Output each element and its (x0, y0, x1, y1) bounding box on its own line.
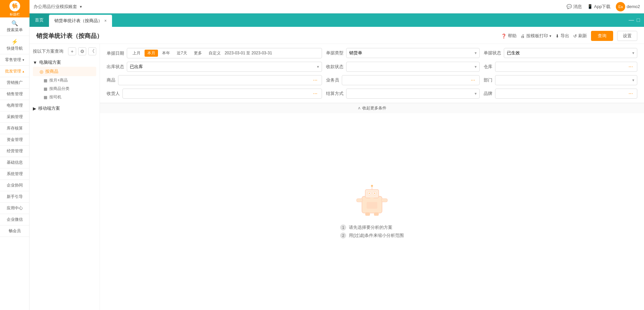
payment-field: 结算方式 ▾ (326, 89, 480, 99)
doc-status-select[interactable]: 已生效 ▾ (504, 48, 637, 58)
warehouse-input[interactable]: ··· (495, 62, 637, 72)
edit-scheme-btn[interactable]: ⚙ (78, 47, 86, 55)
warehouse-ellipsis-btn[interactable]: ··· (627, 64, 634, 70)
table-icon-2: ▦ (44, 87, 47, 91)
help-btn[interactable]: ❓ 帮助 (501, 33, 517, 39)
receiver-input[interactable]: ··· (122, 89, 322, 99)
sidebar-item-inventory[interactable]: 库存核算 (0, 123, 30, 134)
doc-status-label: 单据状态 (484, 50, 501, 56)
date-picker[interactable]: 上月 本月 本年 近7天 更多 自定义 2023-03-01 至 2023-03… (127, 48, 322, 58)
collapse-bar[interactable]: ∧ 收起更多条件 (100, 103, 644, 113)
tab-sales-stats[interactable]: 销货单统计表（按商品） × (49, 15, 112, 27)
sidebar-item-ecommerce[interactable]: 电商管理 (0, 100, 30, 111)
doc-type-select[interactable]: 销货单 ▾ (346, 48, 480, 58)
filter-subitem-month-product[interactable]: ▦ 按月+商品 (33, 76, 96, 85)
out-status-select[interactable]: 已出库 ▾ (127, 62, 322, 72)
date-tab-more[interactable]: 更多 (191, 50, 205, 57)
add-scheme-btn[interactable]: + (68, 47, 76, 55)
filter-section-mobile-header[interactable]: ▶ 移动端方案 (33, 104, 96, 113)
sidebar-item-wholesale[interactable]: 批发管理 ▴ (0, 66, 30, 77)
collapse-panel-btn[interactable]: 《 (88, 47, 96, 55)
logo-text: 标题栏 (10, 12, 20, 17)
warehouse-text-input[interactable] (498, 64, 627, 69)
topbar: 办公用品行业模拟账套 💬 消息 📱 App下载 Ea demo2 (30, 0, 644, 13)
print-icon: 🖨 (521, 34, 525, 39)
product-text-input[interactable] (121, 78, 312, 83)
out-status-dropdown-icon: ▾ (317, 64, 319, 69)
sidebar-item-retail[interactable]: 零售管理 ▾ (0, 54, 30, 66)
payment-dropdown-icon: ▾ (475, 91, 477, 96)
sidebar-item-enterprise[interactable]: 企业协同 (0, 180, 30, 191)
salesperson-label: 业务员 (326, 77, 339, 83)
date-tab-7days[interactable]: 近7天 (174, 50, 190, 57)
filter-panel: 按以下方案查询 + ⚙ 《 (30, 44, 100, 310)
brand-input[interactable]: ··· (495, 89, 637, 99)
out-status-field: 出库状态 已出库 ▾ (107, 62, 322, 72)
export-btn[interactable]: ⬇ 导出 (555, 33, 569, 39)
receiver-text-input[interactable] (125, 91, 312, 96)
salesperson-ellipsis-btn[interactable]: ··· (469, 77, 476, 83)
search-row-1: 单据日期 上月 本月 本年 近7天 更多 自定义 20 (107, 48, 637, 58)
sidebar-item-search[interactable]: 🔍 搜索菜单 (0, 17, 29, 36)
search-icon: 🔍 (1, 20, 28, 27)
product-field: 商品 ··· (107, 75, 322, 85)
sidebar-item-finance[interactable]: 资金管理 (0, 134, 30, 146)
search-bar: 单据日期 上月 本月 本年 近7天 更多 自定义 20 (100, 44, 644, 103)
sidebar-item-marketing[interactable]: 营销推广 (0, 77, 30, 89)
refresh-btn[interactable]: ↺ 刷新 (573, 33, 587, 39)
dropdown-arrow-icon[interactable] (80, 4, 82, 9)
expand-icon: ▼ (33, 60, 37, 65)
brand-text-input[interactable] (498, 91, 627, 96)
tab-maximize-btn[interactable]: □ (637, 17, 640, 23)
salesperson-input[interactable]: ··· (342, 75, 480, 85)
step-num-2: 2 (340, 232, 346, 239)
print-dropdown-icon[interactable]: ▾ (549, 34, 551, 38)
user-menu[interactable]: Ea demo2 (616, 2, 640, 11)
department-select[interactable]: ▾ (495, 75, 637, 85)
sidebar-item-operations[interactable]: 经营管理 (0, 146, 30, 157)
tab-minimize-btn[interactable]: — (629, 17, 634, 23)
sidebar-item-wechat[interactable]: 企业微信 (0, 214, 30, 225)
sidebar-item-system[interactable]: 系统管理 (0, 168, 30, 180)
print-btn[interactable]: 🖨 按模板打印 ▾ (521, 33, 551, 39)
table-icon-3: ▦ (44, 95, 47, 100)
sidebar-item-apps[interactable]: 应用中心 (0, 203, 30, 214)
search-row-4: 收货人 ··· 结算方式 ▾ (107, 89, 637, 99)
tabbar-actions: — □ (629, 17, 644, 23)
date-tabs: 上月 本月 本年 近7天 更多 自定义 (130, 50, 223, 57)
tab-close-btn[interactable]: × (104, 18, 107, 23)
receiver-label: 收货人 (107, 91, 120, 97)
tab-home[interactable]: 首页 (30, 13, 49, 27)
product-input[interactable]: ··· (118, 75, 322, 85)
logo-icon: 畅 (9, 1, 20, 11)
filter-section-desktop-header[interactable]: ▼ 电脑端方案 (33, 58, 96, 67)
filter-item-by-product[interactable]: ◎ 按商品 (33, 67, 96, 76)
brand-ellipsis-btn[interactable]: ··· (627, 91, 634, 97)
sidebar-item-member[interactable]: 畅会员 (0, 225, 30, 237)
salesperson-text-input[interactable] (345, 78, 470, 83)
app-download-btn[interactable]: 📱 App下载 (587, 4, 610, 10)
receiver-ellipsis-btn[interactable]: ··· (312, 91, 319, 97)
date-tab-last-month[interactable]: 上月 (130, 50, 143, 57)
sidebar-item-quick-nav[interactable]: ⚡ 快捷导航 (0, 36, 30, 54)
department-label: 部门 (484, 77, 492, 83)
download-icon: 📱 (587, 4, 593, 9)
sidebar-item-purchase[interactable]: 采购管理 (0, 111, 30, 123)
salesperson-field: 业务员 ··· (326, 75, 480, 85)
product-ellipsis-btn[interactable]: ··· (312, 77, 319, 83)
filter-subitem-driver[interactable]: ▦ 按司机 (33, 93, 96, 101)
date-tab-custom[interactable]: 自定义 (206, 50, 223, 57)
settings-button[interactable]: 设置 (617, 31, 637, 41)
query-button[interactable]: 查询 (591, 31, 613, 41)
svg-point-3 (369, 193, 370, 194)
collect-status-select[interactable]: ▾ (346, 62, 480, 72)
payment-select[interactable]: ▾ (346, 89, 480, 99)
sidebar-item-basics[interactable]: 基础信息 (0, 157, 30, 168)
date-tab-this-month[interactable]: 本月 (145, 50, 158, 57)
filter-subitem-category[interactable]: ▦ 按商品分类 (33, 85, 96, 93)
date-field: 单据日期 上月 本月 本年 近7天 更多 自定义 20 (107, 48, 322, 58)
date-tab-this-year[interactable]: 本年 (159, 50, 173, 57)
sidebar-item-sales[interactable]: 销售管理 (0, 89, 30, 100)
messages-btn[interactable]: 💬 消息 (567, 4, 582, 10)
sidebar-item-guide[interactable]: 新手引导 (0, 191, 30, 203)
